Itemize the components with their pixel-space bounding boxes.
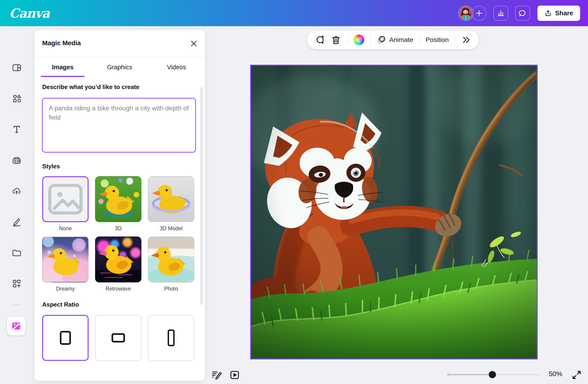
speech-bubble-icon xyxy=(518,9,527,17)
position-button[interactable]: Position xyxy=(426,36,449,43)
toolbar-separator xyxy=(419,36,420,44)
zoom-slider-knob[interactable] xyxy=(489,371,496,378)
share-label: Share xyxy=(555,9,573,17)
plus-icon xyxy=(475,9,483,17)
add-design-button[interactable] xyxy=(472,6,486,21)
style-label: 3D Model xyxy=(160,225,183,232)
avatar-image xyxy=(459,6,473,20)
tab-graphics-label: Graphics xyxy=(107,64,132,71)
aspect-option-portrait[interactable] xyxy=(148,315,194,361)
style-label: Photo xyxy=(164,286,178,292)
toolbar-separator xyxy=(370,36,371,44)
duck-illustration xyxy=(96,177,141,222)
sidebar-item-text[interactable] xyxy=(12,124,22,134)
folder-icon xyxy=(12,248,22,258)
topbar-actions: Share xyxy=(458,0,580,26)
sidebar-item-magic-media-active[interactable] xyxy=(7,317,25,335)
double-chevron-right-icon xyxy=(461,35,471,45)
tab-images-label: Images xyxy=(52,64,74,71)
style-thumb-photo xyxy=(148,236,194,282)
style-label: None xyxy=(59,225,72,232)
style-label: Dreamy xyxy=(56,286,75,292)
sidebar-item-uploads[interactable] xyxy=(12,186,22,196)
portrait-ratio-icon xyxy=(168,329,175,346)
zoom-slider-fill xyxy=(447,374,492,375)
styles-heading: Styles xyxy=(42,163,60,170)
style-label: 3D xyxy=(115,225,122,232)
sidebar-divider xyxy=(13,304,21,305)
style-option-retrowave[interactable]: Retrowave xyxy=(95,236,141,292)
sidebar-item-draw[interactable] xyxy=(12,217,22,227)
canva-logo[interactable]: Canva xyxy=(9,6,50,21)
style-option-3d-model[interactable]: 3D Model xyxy=(148,176,194,232)
aspect-ratio-heading: Aspect Ratio xyxy=(42,301,79,308)
prompt-input[interactable] xyxy=(42,98,196,152)
comment-add-icon xyxy=(315,35,325,45)
animate-label: Animate xyxy=(389,36,413,43)
elements-icon xyxy=(12,93,22,104)
draw-icon xyxy=(12,217,22,227)
aspect-option-landscape[interactable] xyxy=(95,315,141,361)
tab-graphics[interactable]: Graphics xyxy=(91,58,148,77)
trash-icon xyxy=(331,35,341,45)
sidebar-item-elements[interactable] xyxy=(12,93,22,104)
style-option-none[interactable]: None xyxy=(42,176,89,232)
animate-button[interactable]: Animate xyxy=(377,35,413,45)
more-tools-button[interactable] xyxy=(461,35,471,45)
avatar[interactable] xyxy=(458,6,473,21)
image-placeholder-icon xyxy=(43,177,88,221)
toolbar-separator xyxy=(455,36,455,44)
generated-red-panda-image[interactable] xyxy=(251,66,537,359)
styles-grid: None 3D xyxy=(42,176,197,297)
notes-icon xyxy=(211,370,222,380)
animate-icon xyxy=(377,35,386,45)
magic-media-panel: Magic Media Images Graphics Videos Descr… xyxy=(34,30,205,381)
style-option-dreamy[interactable]: Dreamy xyxy=(42,236,89,292)
sidebar-item-apps[interactable] xyxy=(12,278,22,289)
apps-icon xyxy=(12,278,22,289)
zoom-slider[interactable] xyxy=(447,374,540,375)
brand-icon xyxy=(12,155,22,165)
aspect-option-square[interactable] xyxy=(42,315,89,361)
comments-button[interactable] xyxy=(515,6,530,21)
upload-cloud-icon xyxy=(12,186,22,196)
present-button[interactable] xyxy=(229,370,240,380)
share-button[interactable]: Share xyxy=(537,6,580,21)
sidebar-item-projects[interactable] xyxy=(12,248,22,258)
add-comment-button[interactable] xyxy=(315,35,325,45)
style-option-3d[interactable]: 3D xyxy=(95,176,141,232)
tab-images[interactable]: Images xyxy=(34,58,91,77)
insights-button[interactable] xyxy=(493,6,508,21)
style-option-photo[interactable]: Photo xyxy=(148,236,194,292)
duck-illustration xyxy=(43,237,88,282)
sidebar-item-brand[interactable] xyxy=(12,155,22,165)
panel-title: Magic Media xyxy=(42,40,81,47)
fullscreen-button[interactable] xyxy=(571,370,582,380)
close-panel-button[interactable] xyxy=(190,40,198,48)
style-label: Retrowave xyxy=(105,286,131,292)
panel-scrollbar[interactable] xyxy=(200,87,203,305)
canva-editor: { "topbar": { "logo": "Canva", "share_la… xyxy=(0,0,588,384)
tab-videos[interactable]: Videos xyxy=(148,58,205,77)
duck-illustration xyxy=(148,177,194,222)
design-icon xyxy=(12,63,22,73)
delete-button[interactable] xyxy=(331,35,341,45)
duck-illustration xyxy=(148,237,194,282)
tab-videos-label: Videos xyxy=(167,64,186,71)
color-picker-button[interactable] xyxy=(354,35,364,45)
style-thumb-dreamy xyxy=(42,236,89,282)
expand-icon xyxy=(571,370,582,380)
style-thumb-3d xyxy=(95,176,141,222)
bar-chart-icon xyxy=(497,9,505,17)
canvas-page[interactable] xyxy=(251,66,537,359)
close-icon xyxy=(190,40,198,48)
style-thumb-none xyxy=(42,176,89,222)
sidebar xyxy=(0,26,34,384)
style-thumb-3d-model xyxy=(148,176,194,222)
prompt-label: Describe what you’d like to create xyxy=(42,84,139,91)
magic-media-icon xyxy=(11,321,21,331)
notes-button[interactable] xyxy=(211,370,222,380)
aspect-ratio-options xyxy=(42,315,194,361)
play-icon xyxy=(229,370,240,380)
sidebar-item-design[interactable] xyxy=(12,63,22,73)
